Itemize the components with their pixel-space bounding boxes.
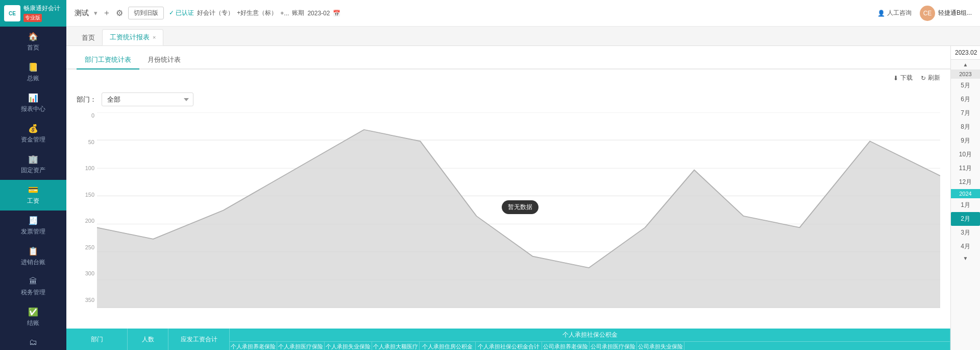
filter-bar: 部门： 全部 xyxy=(66,86,950,112)
sidebar-item-invoices[interactable]: 🧾 发票管理 xyxy=(0,211,66,241)
month-2024-03[interactable]: 3月 xyxy=(951,226,980,240)
sidebar-label-closing: 结账 xyxy=(27,319,39,328)
month-2024-02[interactable]: 2月 xyxy=(951,212,980,226)
month-2023-12[interactable]: 12月 xyxy=(951,175,980,189)
y-label-300: 300 xyxy=(77,270,97,276)
sidebar-label-home: 首页 xyxy=(27,43,39,52)
more-status: +... xyxy=(280,10,289,17)
download-label: 下载 xyxy=(900,74,913,82)
sidebar-item-payroll[interactable]: 💳 工资 xyxy=(0,180,66,211)
dept-filter-label: 部门： xyxy=(77,95,96,104)
period-value: 2023-02 xyxy=(307,10,330,17)
tab-home[interactable]: 首页 xyxy=(75,30,102,45)
month-2023-09[interactable]: 9月 xyxy=(951,134,980,148)
sidebar-item-purchases[interactable]: 📋 进销台账 xyxy=(0,241,66,272)
home-icon: 🏠 xyxy=(28,32,38,41)
certified-status: ✓ 已认证 xyxy=(169,9,194,17)
chart-container: 350 300 250 200 150 100 50 0 xyxy=(77,112,940,323)
y-label-350: 350 xyxy=(77,297,97,303)
col-personal-medical: 个人承担医疗保险 xyxy=(277,342,325,350)
month-2024-04[interactable]: 4月 xyxy=(951,240,980,253)
col-dept: 部门 xyxy=(66,329,128,350)
y-label-100: 100 xyxy=(77,165,97,171)
topbar-title: 测试 xyxy=(75,9,89,18)
app-name: 畅康通好会计 xyxy=(23,5,60,13)
sub-tab-dept[interactable]: 部门工资统计表 xyxy=(77,51,139,69)
date-sidebar: 2023.02 ▲ 2023 5月 6月 7月 8月 9月 10月 11月 12… xyxy=(950,46,980,350)
sidebar-item-home[interactable]: 🏠 首页 xyxy=(0,27,66,57)
month-2023-07[interactable]: 7月 xyxy=(951,106,980,120)
chart-wrapper: 350 300 250 200 150 100 50 0 xyxy=(66,112,950,329)
col-personal-pension: 个人承担养老保险 xyxy=(230,342,277,350)
help-button[interactable]: 👤 人工咨询 xyxy=(877,9,912,17)
period-label: 账期 xyxy=(292,9,304,17)
sidebar-label-assets: 固定资产 xyxy=(21,166,45,175)
closing-icon: ✅ xyxy=(28,307,38,317)
year-2024-label[interactable]: 2024 xyxy=(951,189,980,198)
sidebar-item-assets[interactable]: 🏢 固定资产 xyxy=(0,149,66,180)
archive-icon: 🗂 xyxy=(29,338,37,347)
month-2023-11[interactable]: 11月 xyxy=(951,161,980,175)
app-logo: CE 畅康通好会计 专业版 xyxy=(0,0,66,27)
sub-tab-monthly[interactable]: 月份统计表 xyxy=(139,51,189,69)
y-label-150: 150 xyxy=(77,192,97,198)
dept-filter-select[interactable]: 全部 xyxy=(102,92,193,106)
tab-payroll-report[interactable]: 工资统计报表 × xyxy=(102,29,163,45)
invoices-icon: 🧾 xyxy=(28,216,38,225)
good-accounting-status: 好会计（专） xyxy=(197,9,234,17)
sidebar-label-tax: 税务管理 xyxy=(21,288,45,297)
tab-close-icon[interactable]: × xyxy=(153,34,156,40)
col-total-wage: 应发工资合计 xyxy=(168,329,230,350)
top-actions: ⬇ 下载 ↻ 刷新 xyxy=(66,69,950,86)
month-2023-10[interactable]: 10月 xyxy=(951,148,980,161)
sidebar-label-payroll: 工资 xyxy=(27,197,39,205)
month-2024-01[interactable]: 1月 xyxy=(951,198,980,212)
month-2023-08[interactable]: 8月 xyxy=(951,120,980,134)
sidebar-label-funds: 资金管理 xyxy=(21,135,45,144)
date-down-button[interactable]: ▼ xyxy=(951,253,980,263)
topbar-add-icon[interactable]: ＋ xyxy=(103,8,111,18)
col-personal-total: 个人承担社保公积金合计 xyxy=(476,342,542,350)
help-icon: 👤 xyxy=(877,10,885,17)
sidebar-item-reports[interactable]: 📊 报表中心 xyxy=(0,88,66,119)
year-2023-label[interactable]: 2023 xyxy=(951,69,980,79)
help-label: 人工咨询 xyxy=(887,9,912,17)
calendar-icon[interactable]: 📅 xyxy=(333,10,340,17)
group-personal-label: 个人承担社保公积金 xyxy=(230,329,950,342)
ledger-icon: 📒 xyxy=(28,62,38,72)
col-personal-housing: 个人承担住房公积金 xyxy=(420,342,476,350)
y-label-200: 200 xyxy=(77,218,97,224)
sidebar-item-tax[interactable]: 🏛 税务管理 xyxy=(0,272,66,302)
sidebar-item-funds[interactable]: 💰 资金管理 xyxy=(0,119,66,149)
sidebar-nav: 🏠 首页 📒 总账 📊 报表中心 💰 资金管理 🏢 固定资产 💳 工资 🧾 发票… xyxy=(0,27,66,350)
switch-version-button[interactable]: 切到旧版 xyxy=(128,7,164,19)
sidebar-label-reports: 报表中心 xyxy=(21,105,45,113)
date-current: 2023.02 xyxy=(951,46,980,60)
month-2023-05[interactable]: 5月 xyxy=(951,79,980,92)
sidebar-item-closing[interactable]: ✅ 结账 xyxy=(0,302,66,333)
app-edition: 专业版 xyxy=(23,14,42,22)
topbar-right: 👤 人工咨询 CE 轻捷通B组... xyxy=(877,6,972,21)
sub-tabs: 部门工资统计表 月份统计表 xyxy=(66,46,950,69)
refresh-label: 刷新 xyxy=(928,74,940,82)
logo-text-group: 畅康通好会计 专业版 xyxy=(23,5,60,22)
topbar-gear-icon[interactable]: ⚙ xyxy=(116,8,123,18)
month-2023-06[interactable]: 6月 xyxy=(951,92,980,106)
topbar-arrow-icon[interactable]: ▾ xyxy=(94,9,97,17)
sidebar-item-ledger[interactable]: 📒 总账 xyxy=(0,57,66,88)
sidebar-item-archive[interactable]: 🗂 归档管理 xyxy=(0,333,66,350)
y-label-0: 0 xyxy=(77,112,97,119)
tab-bar: 首页 工资统计报表 × xyxy=(66,27,980,46)
y-label-50: 50 xyxy=(77,139,97,145)
content-area: 部门工资统计表 月份统计表 ⬇ 下载 ↻ 刷新 部门： 全部 xyxy=(66,46,950,350)
avatar: CE xyxy=(920,6,935,21)
date-up-button[interactable]: ▲ xyxy=(951,60,980,69)
user-menu[interactable]: CE 轻捷通B组... xyxy=(920,6,972,21)
page-content: 部门工资统计表 月份统计表 ⬇ 下载 ↻ 刷新 部门： 全部 xyxy=(66,46,980,350)
download-button[interactable]: ⬇ 下载 xyxy=(893,74,913,82)
purchases-icon: 📋 xyxy=(28,246,38,256)
sidebar: CE 畅康通好会计 专业版 🏠 首页 📒 总账 📊 报表中心 💰 资金管理 🏢 … xyxy=(0,0,66,350)
refresh-button[interactable]: ↻ 刷新 xyxy=(921,74,940,82)
payroll-icon: 💳 xyxy=(28,185,38,195)
logo-icon: CE xyxy=(4,5,20,21)
